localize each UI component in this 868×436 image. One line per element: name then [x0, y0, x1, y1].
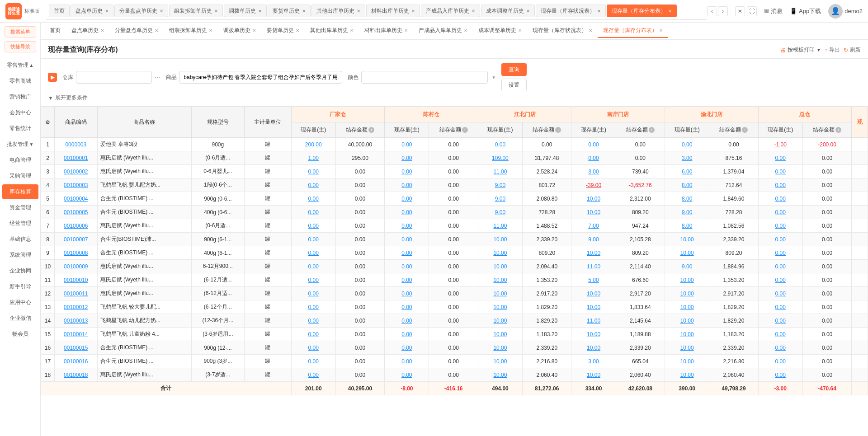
sidebar-item-15[interactable]: 应用中心 [2, 295, 38, 310]
row-yb-qty[interactable]: 8.00 [665, 192, 709, 206]
sidebar-item-17[interactable]: 畅会员 [2, 327, 38, 342]
nav-tab-close-3[interactable]: ✕ [209, 28, 212, 33]
row-f-qty[interactable]: 0.00 [291, 368, 335, 382]
row-c-qty[interactable]: 0.00 [385, 165, 429, 178]
row-jb-qty[interactable]: 10.00 [478, 246, 522, 260]
expand-row-btn[interactable]: ▶ [48, 73, 57, 82]
jb-amt-info-icon[interactable]: i [555, 127, 561, 133]
row-na-qty[interactable]: 3.00 [571, 355, 616, 368]
row-yb-qty[interactable]: 10.00 [665, 328, 709, 341]
nav-tab-6[interactable]: 其他出库单历史✕ [305, 24, 359, 38]
row-jb-qty[interactable]: 10.00 [478, 368, 522, 382]
row-na-qty[interactable]: 9.00 [571, 233, 616, 246]
f-amt-info-icon[interactable]: i [368, 127, 374, 133]
row-yb-qty[interactable]: 10.00 [665, 233, 709, 246]
sidebar-item-4[interactable]: 零售统计 [2, 121, 38, 136]
row-tot-qty[interactable]: 0.00 [758, 341, 802, 355]
row-na-qty[interactable]: 10.00 [571, 368, 616, 382]
row-jb-qty[interactable]: 10.00 [478, 300, 522, 314]
row-yb-qty[interactable]: 10.00 [665, 314, 709, 328]
tab-close-icon[interactable]: ✕ [411, 9, 415, 14]
nav-tab-close-5[interactable]: ✕ [296, 28, 299, 33]
row-na-qty[interactable]: 7.00 [571, 219, 616, 233]
row-c-qty[interactable]: 0.00 [385, 192, 429, 206]
tab-close-icon[interactable]: ✕ [472, 9, 475, 14]
top-tab-11[interactable]: 现存量（库存分布表）✕ [607, 5, 677, 17]
row-c-qty[interactable]: 0.00 [385, 246, 429, 260]
row-na-qty[interactable]: 10.00 [571, 246, 616, 260]
nav-tab-close-9[interactable]: ✕ [518, 28, 522, 33]
row-na-qty[interactable]: 10.00 [571, 192, 616, 206]
row-jb-qty[interactable]: 0.00 [478, 138, 522, 151]
sidebar-item-3[interactable]: 会员中心 [2, 105, 38, 120]
row-jb-qty[interactable]: 10.00 [478, 355, 522, 368]
row-f-qty[interactable]: 0.00 [291, 178, 335, 192]
sidebar-item-0[interactable]: 零售管理▲ [2, 58, 38, 73]
row-yb-qty[interactable]: 10.00 [665, 341, 709, 355]
tab-close-icon[interactable]: ✕ [526, 9, 530, 14]
row-na-qty[interactable]: 10.00 [571, 328, 616, 341]
row-f-qty[interactable]: 200.00 [291, 138, 335, 151]
sidebar-item-8[interactable]: 库存核算 [2, 184, 38, 199]
nav-tab-0[interactable]: 首页 [44, 24, 66, 38]
row-code[interactable]: 00100004 [55, 192, 98, 206]
app-download-btn[interactable]: 📱 App下载 [790, 7, 821, 15]
sidebar-item-14[interactable]: 新手引导 [2, 279, 38, 294]
row-jb-qty[interactable]: 10.00 [478, 287, 522, 300]
yb-amt-info-icon[interactable]: i [742, 127, 748, 133]
row-yb-qty[interactable]: 10.00 [665, 273, 709, 287]
nav-tab-close-11[interactable]: ✕ [659, 28, 663, 33]
sidebar-item-11[interactable]: 基础信息 [2, 232, 38, 247]
nav-tab-8[interactable]: 产成品入库单历史✕ [413, 24, 473, 38]
tab-close-icon[interactable]: ✕ [258, 9, 262, 14]
tab-close-icon[interactable]: ✕ [597, 9, 601, 14]
row-tot-qty[interactable]: 0.00 [758, 328, 802, 341]
sidebar-item-6[interactable]: 电商管理 [2, 153, 38, 168]
set-btn[interactable]: 设置 [501, 79, 527, 91]
row-tot-qty[interactable]: 0.00 [758, 178, 802, 192]
top-tab-0[interactable]: 首页 [49, 5, 70, 17]
row-tot-qty[interactable]: 0.00 [758, 219, 802, 233]
refresh-btn[interactable]: ↻ 刷新 [844, 46, 861, 54]
row-code[interactable]: 00100006 [55, 219, 98, 233]
message-btn[interactable]: ✉ 消息 [764, 7, 783, 15]
tab-close-icon[interactable]: ✕ [160, 9, 163, 14]
top-tab-4[interactable]: 调拨单历史✕ [224, 5, 267, 17]
expand-conditions-btn[interactable]: ▼ 展开更多条件 [48, 94, 861, 102]
row-tot-qty[interactable]: -1.00 [758, 138, 802, 151]
tab-close-icon[interactable]: ✕ [105, 9, 108, 14]
row-code[interactable]: 00100001 [55, 151, 98, 165]
row-tot-qty[interactable]: 0.00 [758, 287, 802, 300]
sidebar-search-btn[interactable]: 搜索英单 [5, 26, 36, 38]
row-na-qty[interactable]: 5.00 [571, 273, 616, 287]
row-jb-qty[interactable]: 9.00 [478, 206, 522, 219]
row-c-qty[interactable]: 0.00 [385, 300, 429, 314]
row-code[interactable]: 00100015 [55, 341, 98, 355]
row-c-qty[interactable]: 0.00 [385, 368, 429, 382]
row-jb-qty[interactable]: 10.00 [478, 314, 522, 328]
row-c-qty[interactable]: 0.00 [385, 206, 429, 219]
row-c-qty[interactable]: 0.00 [385, 314, 429, 328]
sidebar-nav-btn[interactable]: 快捷导航 [5, 41, 36, 52]
row-na-qty[interactable]: 0.00 [571, 138, 616, 151]
row-yb-qty[interactable]: 8.00 [665, 219, 709, 233]
row-yb-qty[interactable]: 10.00 [665, 300, 709, 314]
row-tot-qty[interactable]: 0.00 [758, 151, 802, 165]
row-tot-qty[interactable]: 0.00 [758, 260, 802, 273]
row-tot-qty[interactable]: 0.00 [758, 300, 802, 314]
nav-tab-2[interactable]: 分量盘点单历史✕ [109, 24, 164, 38]
row-na-qty[interactable]: 0.00 [571, 151, 616, 165]
top-tab-5[interactable]: 要货单历史✕ [268, 5, 311, 17]
row-c-qty[interactable]: 0.00 [385, 138, 429, 151]
row-c-qty[interactable]: 0.00 [385, 233, 429, 246]
row-c-qty[interactable]: 0.00 [385, 341, 429, 355]
prev-tab-btn[interactable]: ‹ [707, 6, 717, 16]
nav-tab-close-1[interactable]: ✕ [100, 28, 104, 33]
sidebar-item-2[interactable]: 营销推广 [2, 89, 38, 104]
row-yb-qty[interactable]: 0.00 [665, 138, 709, 151]
row-code[interactable]: 00100005 [55, 206, 98, 219]
nav-tab-4[interactable]: 调拨单历史✕ [218, 24, 261, 38]
nav-tab-10[interactable]: 现存量（库存状况表）✕ [527, 24, 598, 38]
row-f-qty[interactable]: 0.00 [291, 314, 335, 328]
sidebar-item-5[interactable]: 批发管理▼ [2, 137, 38, 152]
